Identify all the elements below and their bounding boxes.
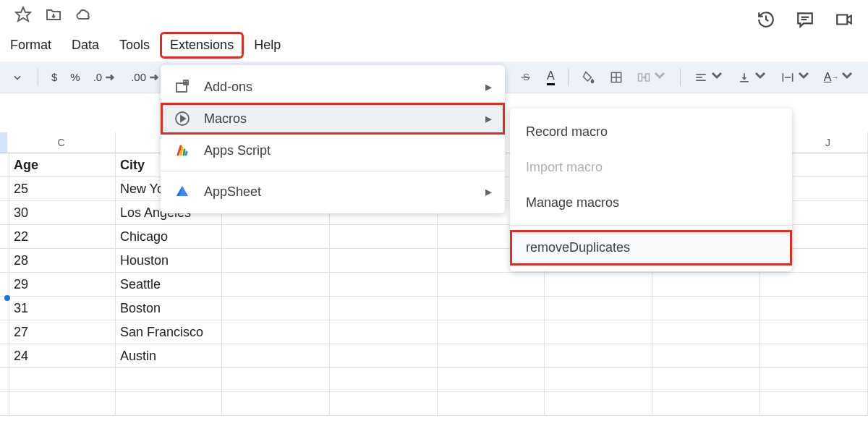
macros-submenu: Record macro Import macro Manage macros … [510,109,792,271]
import-macro-item: Import macro [510,150,792,185]
cell-age[interactable]: 29 [9,273,116,296]
extensions-dropdown: Add-ons ▸ Macros ▸ Apps Script AppSheet … [161,65,505,213]
cell-age[interactable]: 22 [9,225,116,248]
chevron-right-icon: ▸ [485,184,492,200]
col-header-j[interactable]: J [788,132,868,153]
apps-script-icon [174,142,191,159]
cell-age[interactable]: 24 [9,344,116,367]
svg-marker-21 [181,116,185,122]
vertical-align-button[interactable] [733,66,772,88]
svg-rect-8 [638,74,642,81]
manage-macros-item[interactable]: Manage macros [510,185,792,221]
top-right-icons [757,10,854,32]
move-to-folder-icon[interactable] [45,6,62,26]
table-row[interactable] [0,368,868,392]
addons-menu-item[interactable]: Add-ons ▸ [161,71,505,103]
menu-data[interactable]: Data [61,32,109,59]
star-icon[interactable] [14,6,32,26]
col-header-c[interactable]: C [7,132,116,153]
percent-button[interactable]: % [66,68,84,86]
cell-age[interactable]: 30 [9,201,116,224]
cell-city[interactable]: Chicago [116,225,222,248]
appsheet-menu-item[interactable]: AppSheet ▸ [161,176,505,208]
toolbar-more[interactable] [6,67,29,88]
cell-age[interactable]: 31 [9,297,116,320]
decrease-decimal-button[interactable]: .0 [89,67,123,88]
menu-help[interactable]: Help [244,32,291,59]
appsheet-label: AppSheet [204,184,261,200]
cell-age[interactable]: 27 [9,320,116,344]
meet-icon[interactable] [835,10,854,32]
appsheet-icon [174,183,191,200]
cell-city[interactable]: Austin [116,344,222,367]
currency-button[interactable]: $ [47,68,61,86]
col-header-partial[interactable] [0,132,7,153]
text-color-button[interactable]: A [542,67,559,88]
apps-script-label: Apps Script [204,143,271,158]
cell-city[interactable]: San Francisco [116,320,222,344]
menu-tools[interactable]: Tools [109,32,160,59]
macros-menu-item[interactable]: Macros ▸ [161,103,505,135]
merge-cells-button[interactable] [632,66,671,88]
addons-icon [174,78,191,95]
menu-extensions[interactable]: Extensions [160,32,244,59]
cell-age[interactable]: 25 [9,177,116,200]
strikethrough-button[interactable]: S [515,67,538,88]
table-row[interactable]: 24 Austin [0,344,868,368]
menubar: Format Data Tools Extensions Help [0,32,868,61]
addons-label: Add-ons [204,80,252,95]
cell-age[interactable]: 28 [9,249,116,272]
table-row[interactable]: 31 Boston [0,297,868,320]
text-wrap-button[interactable] [776,66,815,88]
text-rotation-button[interactable]: A→ [820,66,859,88]
fill-color-button[interactable] [577,67,600,88]
record-macro-item[interactable]: Record macro [510,114,792,150]
apps-script-menu-item[interactable]: Apps Script [161,135,505,166]
table-row[interactable]: 29 Seattle [0,273,868,297]
svg-marker-0 [16,7,30,21]
macros-icon [174,110,191,127]
chevron-right-icon: ▸ [485,111,492,127]
cell-city[interactable]: Seattle [116,273,222,296]
comment-icon[interactable] [796,10,814,32]
macros-label: Macros [204,111,247,127]
chevron-right-icon: ▸ [485,79,492,95]
table-row[interactable]: 27 San Francisco [0,320,868,344]
cell-city[interactable]: Boston [116,297,222,320]
header-age[interactable]: Age [9,153,116,176]
selection-handle-icon[interactable] [4,295,10,301]
horizontal-align-button[interactable] [689,66,728,88]
menu-format[interactable]: Format [0,32,61,59]
quick-access-icons [0,0,868,32]
remove-duplicates-macro-item[interactable]: removeDuplicates [510,230,792,265]
history-icon[interactable] [757,10,775,32]
cell-city[interactable]: Houston [116,249,222,272]
cloud-status-icon[interactable] [75,6,93,26]
table-row[interactable] [0,392,868,416]
borders-button[interactable] [605,67,628,88]
